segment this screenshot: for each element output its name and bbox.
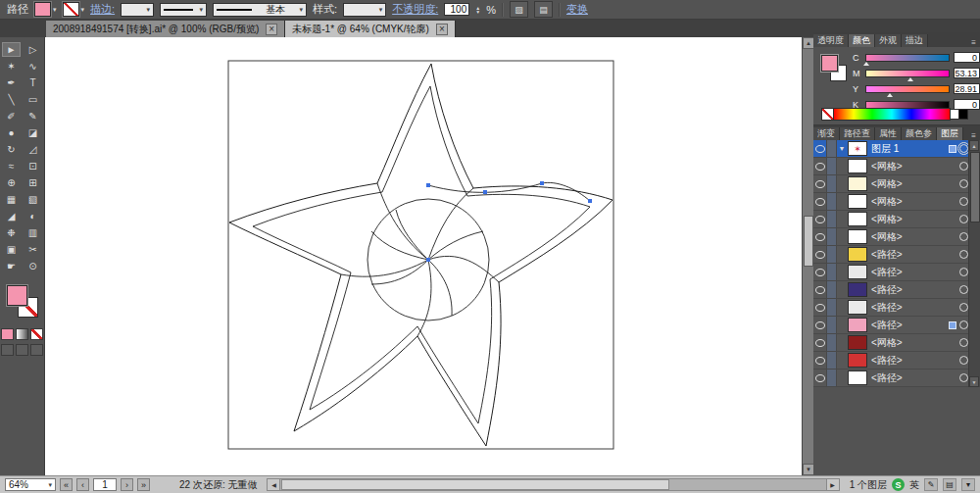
pen-tool[interactable]: ✒ (2, 75, 21, 90)
layer-label[interactable]: <网格> (871, 213, 959, 226)
layer-row[interactable]: <网格> (813, 228, 980, 246)
ime-language[interactable]: 英 (909, 478, 919, 492)
hand-tool[interactable]: ☛ (2, 259, 21, 273)
scroll-up-icon[interactable]: ▲ (969, 140, 979, 151)
slider-marker-icon[interactable] (887, 93, 893, 97)
transform-link[interactable]: 变换 (566, 2, 588, 17)
layer-label[interactable]: <路径> (871, 354, 959, 368)
slider-marker-icon[interactable] (863, 62, 869, 66)
selection-tool[interactable]: ► (2, 42, 21, 57)
opacity-link[interactable]: 不透明度: (392, 2, 438, 17)
layer-row[interactable]: ▼ ✶ 图层 1 (813, 140, 980, 158)
tab-color[interactable]: 颜色 (849, 34, 875, 47)
zoom-tool[interactable]: ⊙ (24, 259, 42, 273)
perspective-grid-tool[interactable]: ⊞ (24, 175, 42, 190)
zoom-select[interactable]: 64% ▾ (5, 478, 56, 491)
layer-row[interactable]: <网格> (813, 193, 980, 211)
direct-selection-tool[interactable]: ▷ (24, 42, 42, 57)
lock-cell[interactable] (827, 193, 837, 210)
visibility-eye-icon[interactable] (813, 352, 827, 369)
tab-layers[interactable]: 图层 (937, 127, 963, 140)
layer-label[interactable]: <网格> (871, 177, 959, 191)
artboard-number-input[interactable]: 1 (93, 478, 117, 491)
cyan-slider[interactable] (865, 54, 950, 62)
canvas[interactable] (45, 37, 802, 475)
cyan-value-input[interactable]: 0 (954, 52, 980, 63)
layer-row[interactable]: <路径> (813, 370, 980, 387)
slider-marker-icon[interactable] (907, 77, 913, 81)
mesh-tool[interactable]: ▦ (2, 192, 21, 207)
layer-label[interactable]: 图层 1 (871, 142, 949, 156)
layer-row[interactable]: <路径> (813, 352, 980, 370)
lock-cell[interactable] (827, 317, 837, 333)
pencil-icon[interactable]: ✎ (924, 478, 938, 491)
layer-row[interactable]: <路径> (813, 317, 980, 334)
first-artboard-icon[interactable]: « (60, 478, 73, 491)
ime-badge-icon[interactable]: S (892, 478, 905, 491)
panel-menu-icon[interactable]: ≡ (967, 131, 980, 140)
target-circle-icon[interactable] (959, 338, 968, 347)
layer-row[interactable]: <网格> (813, 334, 980, 352)
gradient-button[interactable] (16, 328, 28, 340)
scrollbar-thumb[interactable] (804, 216, 813, 267)
select-similar-icon[interactable]: ▨ (510, 1, 528, 18)
target-circle-icon[interactable] (959, 162, 968, 171)
lock-cell[interactable] (827, 158, 837, 174)
lock-cell[interactable] (827, 175, 837, 192)
layer-row[interactable]: <网格> (813, 158, 980, 175)
layer-label[interactable]: <网格> (871, 195, 959, 209)
visibility-eye-icon[interactable] (813, 334, 827, 351)
line-tool[interactable]: ╲ (2, 92, 21, 107)
tab-appearance[interactable]: 外观 (875, 34, 902, 47)
target-circle-icon[interactable] (959, 179, 968, 188)
tab-attributes[interactable]: 属性 (875, 127, 902, 140)
rectangle-tool[interactable]: ▭ (24, 92, 42, 107)
variable-width-combo[interactable]: ▾ (160, 3, 207, 17)
magenta-value-input[interactable]: 53.13 (954, 68, 980, 78)
layer-label[interactable]: <网格> (871, 336, 959, 350)
rotate-tool[interactable]: ↻ (2, 142, 21, 157)
paintbrush-tool[interactable]: ✐ (2, 109, 21, 123)
fill-swatch[interactable] (7, 285, 27, 306)
visibility-eye-icon[interactable] (813, 193, 827, 210)
scrollbar-thumb[interactable] (970, 152, 980, 222)
lock-cell[interactable] (827, 370, 837, 386)
visibility-eye-icon[interactable] (813, 299, 827, 316)
lasso-tool[interactable]: ∿ (24, 59, 42, 74)
document-tab-active[interactable]: 未标题-1* @ 64% (CMYK/轮廓) × (285, 21, 456, 37)
tab-gradient[interactable]: 渐变 (813, 127, 840, 140)
target-circle-icon[interactable] (959, 373, 968, 382)
scale-tool[interactable]: ◿ (24, 142, 42, 157)
target-circle-icon[interactable] (959, 250, 968, 259)
opacity-stepper[interactable]: ▲ ▼ (475, 6, 480, 14)
stroke-weight-combo[interactable]: ▾ (121, 3, 154, 17)
visibility-eye-icon[interactable] (813, 211, 827, 227)
width-tool[interactable]: ≈ (2, 159, 21, 173)
layer-label[interactable]: <路径> (871, 283, 959, 297)
yellow-slider[interactable] (865, 85, 950, 93)
layer-label[interactable]: <路径> (871, 319, 949, 332)
visibility-eye-icon[interactable] (813, 264, 827, 280)
layer-row[interactable]: <路径> (813, 281, 980, 299)
free-transform-tool[interactable]: ⊡ (24, 159, 42, 173)
layer-label[interactable]: <网格> (871, 160, 959, 173)
color-button[interactable] (1, 328, 14, 340)
stroke-color-button[interactable]: ▾ (63, 2, 85, 17)
lock-cell[interactable] (827, 281, 837, 298)
layer-row[interactable]: <网格> (813, 211, 980, 228)
visibility-eye-icon[interactable] (813, 246, 827, 263)
eraser-tool[interactable]: ◪ (24, 125, 42, 140)
layer-label[interactable]: <路径> (871, 266, 959, 279)
magic-wand-tool[interactable]: ✶ (2, 59, 21, 74)
lock-cell[interactable] (827, 211, 837, 227)
stroke-link[interactable]: 描边: (90, 2, 115, 17)
shape-builder-tool[interactable]: ⊕ (2, 175, 21, 190)
target-circle-icon[interactable] (959, 285, 968, 294)
tab-pathfinder[interactable]: 路径查 (840, 127, 875, 140)
slice-tool[interactable]: ✂ (24, 242, 42, 257)
none-swatch[interactable] (821, 108, 834, 121)
draw-normal-icon[interactable] (1, 344, 14, 356)
isolate-selection-icon[interactable]: ▤ (534, 1, 553, 18)
target-circle-icon[interactable] (959, 320, 968, 329)
draw-behind-icon[interactable] (16, 344, 28, 356)
